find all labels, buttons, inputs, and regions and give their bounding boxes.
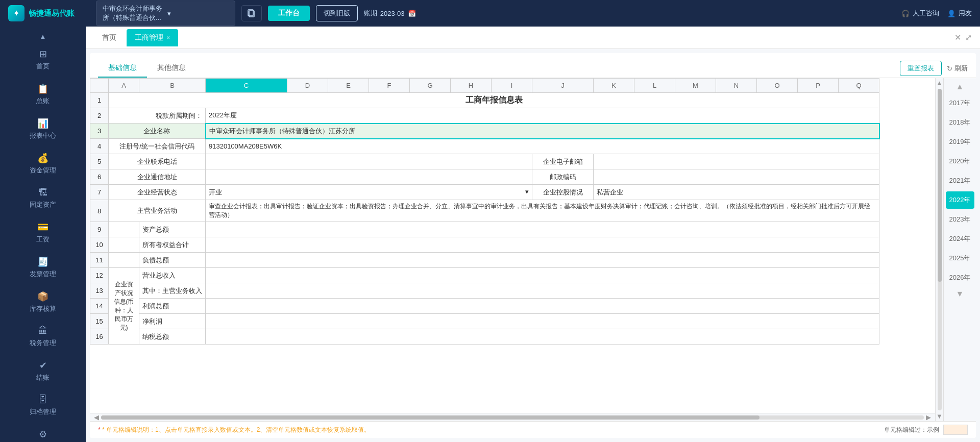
period-label-cell: 税款所属期间：	[109, 108, 206, 124]
sidebar-item-settings[interactable]: ⚙ 设置	[0, 423, 86, 442]
spreadsheet-table-wrap[interactable]: A B C D E F G H I J	[90, 78, 935, 413]
postcode-cell[interactable]	[594, 169, 879, 185]
year-item-2019[interactable]: 2019年	[946, 133, 974, 151]
col-header-k[interactable]: K	[594, 79, 634, 93]
user-button[interactable]: 👤 用友	[947, 9, 972, 18]
calendar-icon[interactable]: 📅	[408, 10, 416, 17]
h-scroll-bar[interactable]: ◀ ▶	[90, 413, 935, 421]
tab-business[interactable]: 工商管理 ×	[127, 29, 178, 46]
col-header-c[interactable]: C	[206, 79, 287, 93]
table-row: 11 负债总额	[90, 253, 879, 268]
v-scroll-up-btn[interactable]: ▲	[935, 78, 944, 88]
h-scroll-left-btn[interactable]: ◀	[92, 413, 101, 421]
tab-home[interactable]: 首页	[94, 29, 125, 46]
year-item-2018[interactable]: 2018年	[946, 114, 974, 131]
year-item-2024[interactable]: 2024年	[946, 230, 974, 248]
year-nav-up[interactable]: ▲	[954, 80, 966, 93]
v-scroll-track[interactable]	[938, 89, 942, 410]
col-header-l[interactable]: L	[634, 79, 675, 93]
net-profit-value[interactable]	[206, 314, 879, 329]
reset-report-button[interactable]: 重置报表	[900, 61, 942, 76]
year-item-2026[interactable]: 2026年	[946, 269, 974, 286]
phone-cell[interactable]	[206, 154, 532, 169]
sub-tab-other[interactable]: 其他信息	[147, 59, 196, 78]
h-scroll-right-btn[interactable]: ▶	[924, 413, 933, 421]
col-header-h[interactable]: H	[451, 79, 492, 93]
holding-cell[interactable]: 私营企业	[594, 185, 879, 200]
sidebar-item-payroll[interactable]: 💳 工资	[0, 215, 86, 250]
status-cell[interactable]: 开业 ▾	[206, 185, 532, 200]
expand-window-button[interactable]: ⤢	[965, 33, 972, 42]
sidebar-item-ledger[interactable]: 📋 总账	[0, 77, 86, 112]
sheet-title-cell[interactable]: 工商年报信息表	[109, 93, 879, 108]
sidebar-item-tax[interactable]: 🏛 税务管理	[0, 320, 86, 354]
year-item-2023[interactable]: 2023年	[946, 211, 974, 228]
year-item-2025[interactable]: 2025年	[946, 250, 974, 267]
hint-content: * 单元格编辑说明：1、点击单元格直接录入数值或文本。2、清空单元格数值或文本恢…	[102, 426, 370, 433]
sidebar-item-invoice[interactable]: 🧾 发票管理	[0, 250, 86, 285]
col-header-q[interactable]: Q	[839, 79, 879, 93]
sidebar-item-inventory[interactable]: 📦 库存核算	[0, 285, 86, 320]
sidebar-item-closing[interactable]: ✔ 结账	[0, 354, 86, 388]
row-num-12: 12	[90, 268, 109, 283]
col-header-e[interactable]: E	[328, 79, 369, 93]
v-scroll-bar[interactable]: ▲ ▼	[935, 78, 943, 421]
sidebar-item-archive[interactable]: 🗄 归档管理	[0, 388, 86, 423]
total-revenue-value[interactable]	[206, 268, 879, 283]
year-nav-down[interactable]: ▼	[954, 287, 966, 301]
row-num-8: 8	[90, 200, 109, 222]
col-header-d[interactable]: D	[287, 79, 328, 93]
col-header-g[interactable]: G	[410, 79, 451, 93]
close-window-button[interactable]: ✕	[954, 33, 961, 42]
main-business-cell[interactable]: 审查企业会计报表；出具审计报告；验证企业资本；出具验资报告；办理企业合并、分立、…	[206, 200, 879, 222]
col-header-m[interactable]: M	[675, 79, 716, 93]
year-item-2020[interactable]: 2020年	[946, 153, 974, 170]
sidebar-item-reports[interactable]: 📊 报表中心	[0, 112, 86, 146]
tab-close-icon[interactable]: ×	[166, 34, 170, 41]
period-display: 账期 2023-03 📅	[364, 9, 416, 18]
sidebar-item-home[interactable]: ⊞ 首页	[0, 42, 86, 77]
sub-tab-basic[interactable]: 基础信息	[98, 59, 147, 78]
main-revenue-value[interactable]	[206, 283, 879, 299]
email-cell[interactable]	[594, 154, 879, 169]
h-scroll-track[interactable]	[101, 415, 924, 420]
col-header-a[interactable]: A	[109, 79, 139, 93]
sidebar-item-assets[interactable]: 🏗 固定资产	[0, 181, 86, 215]
sidebar-scroll-up[interactable]: ▲	[0, 31, 86, 42]
year-item-2017[interactable]: 2017年	[946, 94, 974, 112]
year-item-2022[interactable]: 2022年	[946, 191, 974, 209]
address-cell[interactable]	[206, 169, 532, 185]
col-header-f[interactable]: F	[369, 79, 410, 93]
sidebar-item-label: 报表中心	[30, 131, 56, 140]
liabilities-value[interactable]	[206, 253, 879, 268]
reg-code-cell[interactable]: 91320100MA208E5W6K	[206, 139, 879, 154]
refresh-button[interactable]: ↻ 刷新	[947, 64, 968, 73]
col-header-o[interactable]: O	[757, 79, 798, 93]
col-header-b[interactable]: B	[139, 79, 206, 93]
period-value-cell[interactable]: 2022年度	[206, 108, 879, 124]
sidebar: ▲ ⊞ 首页 📋 总账 📊 报表中心 💰 资金管理 🏗 固定资产 💳 工资 🧾 …	[0, 27, 86, 442]
tab-bar: 首页 工商管理 × ✕ ⤢	[86, 27, 980, 49]
sidebar-item-label: 固定资产	[30, 200, 56, 209]
tax-total-value[interactable]	[206, 329, 879, 345]
user-icon: 👤	[947, 10, 955, 17]
sidebar-item-finance[interactable]: 💰 资金管理	[0, 146, 86, 181]
company-name-cell[interactable]: 中审众环会计师事务所（特殊普通合伙）江苏分所	[206, 124, 879, 139]
v-scroll-down-btn[interactable]: ▼	[935, 411, 944, 421]
col-header-i[interactable]: I	[492, 79, 532, 93]
equity-value[interactable]	[206, 237, 879, 253]
workbench-button[interactable]: 工作台	[268, 6, 310, 21]
company-selector[interactable]: 中审众环会计师事务所（特殊普通合伙... ▾	[96, 1, 235, 26]
year-item-2021[interactable]: 2021年	[946, 172, 974, 189]
col-header-j[interactable]: J	[532, 79, 594, 93]
switch-old-button[interactable]: 切到旧版	[316, 5, 358, 21]
total-profit-value[interactable]	[206, 299, 879, 314]
sub-tab-basic-label: 基础信息	[108, 63, 137, 71]
consult-button[interactable]: 🎧 人工咨询	[901, 9, 939, 18]
company-name: 中审众环会计师事务所（特殊普通合伙...	[103, 4, 163, 22]
col-header-p[interactable]: P	[798, 79, 839, 93]
copy-button[interactable]	[241, 5, 262, 21]
assets-value-9[interactable]	[206, 222, 879, 237]
assets-group-cell-9	[109, 222, 139, 237]
col-header-n[interactable]: N	[716, 79, 757, 93]
